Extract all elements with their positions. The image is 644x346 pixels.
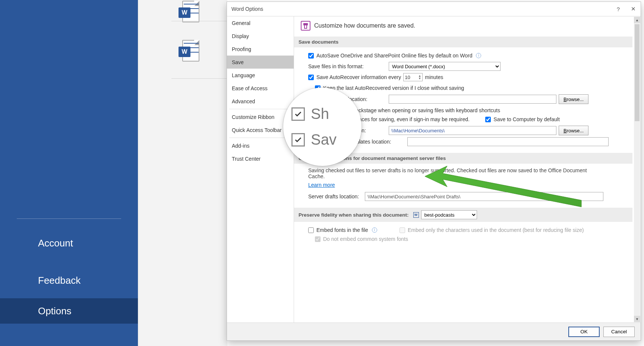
chk-embed-fonts[interactable]: Embed fonts in the filei	[294, 227, 377, 233]
txt-default-location[interactable]	[389, 126, 556, 135]
group-preserve-fidelity: Preserve fidelity when sharing this docu…	[294, 208, 632, 222]
sel-preserve-doc[interactable]: best-podcasts	[421, 210, 477, 219]
ok-button[interactable]: OK	[568, 327, 600, 337]
nav-addins[interactable]: Add-ins	[227, 139, 294, 152]
word-doc-icon: W	[179, 0, 201, 26]
nav-save[interactable]: Save	[227, 56, 294, 69]
save-icon	[301, 21, 310, 31]
word-options-dialog: Word Options ? ✕ General Display Proofin…	[227, 1, 641, 341]
chk-save-computer[interactable]: Save to Computer by default	[471, 116, 559, 122]
chk-icon	[291, 107, 305, 121]
magnifier-callout: Sh Sav	[283, 88, 362, 166]
txt-server-drafts	[365, 192, 603, 201]
nav-advanced[interactable]: Advanced	[227, 95, 294, 108]
chk-autorecover[interactable]: Save AutoRecover information every	[308, 74, 401, 80]
word-doc-icon: W	[179, 39, 201, 65]
txt-templates-location[interactable]	[407, 137, 609, 146]
panel-heading: Customize how documents are saved.	[314, 22, 415, 29]
cancel-button[interactable]: Cancel	[603, 327, 635, 337]
btn-browse-autorecover[interactable]: Browse...	[559, 94, 588, 104]
help-icon[interactable]: ?	[611, 2, 626, 16]
backstage-item-feedback[interactable]: Feedback	[0, 268, 138, 293]
lbl-minutes: minutes	[425, 74, 443, 80]
link-learn-more[interactable]: Learn more	[308, 182, 335, 188]
backstage-item-options[interactable]: Options	[0, 298, 138, 324]
word-small-icon: W	[413, 212, 419, 218]
options-nav: General Display Proofing Save Language E…	[227, 16, 294, 323]
lbl-server-drafts: Server drafts location:	[308, 194, 359, 199]
options-save-panel: ▲ ▼ Customize how documents are saved. S…	[294, 16, 641, 323]
chk-autosave[interactable]: AutoSave OneDrive and SharePoint Online …	[294, 53, 481, 59]
nav-trust[interactable]: Trust Center	[227, 152, 294, 165]
chk-icon	[291, 133, 305, 147]
panel-scrollbar[interactable]: ▲ ▼	[634, 17, 640, 322]
lbl-save-format: Save files in this format:	[308, 63, 386, 69]
group-save-documents: Save documents	[294, 37, 632, 47]
close-icon[interactable]: ✕	[626, 2, 641, 16]
nav-proofing[interactable]: Proofing	[227, 43, 294, 56]
txt-autorecover-location[interactable]	[389, 95, 556, 104]
spin-autorecover-minutes[interactable]: 10 ▲▼	[403, 73, 423, 81]
nav-language[interactable]: Language	[227, 69, 294, 82]
backstage-pane: Account Feedback Options	[0, 0, 138, 346]
chk-skip-common-fonts: Do not embed common system fonts	[294, 236, 408, 242]
btn-browse-default[interactable]: Browse...	[559, 126, 588, 135]
nav-display[interactable]: Display	[227, 29, 294, 43]
nav-ease[interactable]: Ease of Access	[227, 82, 294, 95]
nav-general[interactable]: General	[227, 16, 294, 29]
offline-help-text: Saving checked out files to server draft…	[294, 167, 600, 179]
recent-docs-strip: W W	[138, 0, 227, 346]
sel-save-format[interactable]: Word Document (*.docx)	[389, 62, 501, 71]
chk-embed-only-used: Embed only the characters used in the do…	[379, 227, 584, 233]
dialog-title: Word Options	[231, 6, 611, 12]
backstage-item-account[interactable]: Account	[0, 230, 138, 256]
